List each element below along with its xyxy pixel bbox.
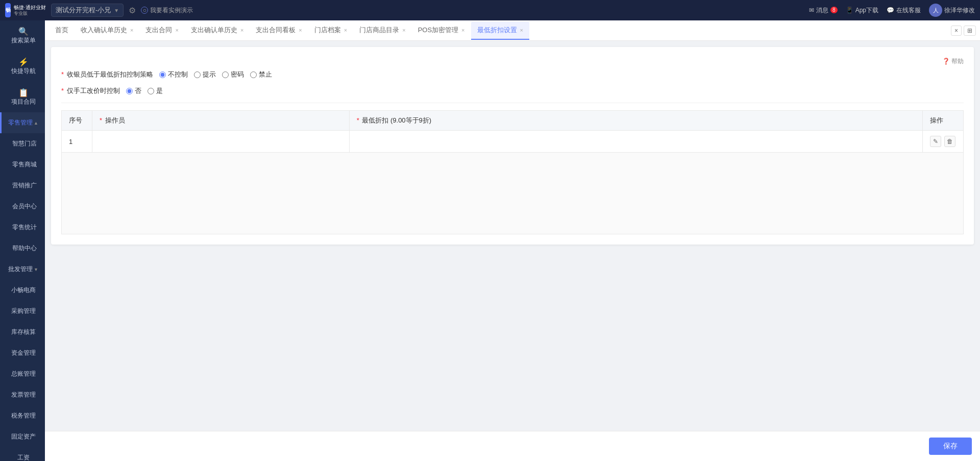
app-logo: 畅 畅捷·通好业财 专业版 [5,3,46,17]
form-row-strategy: * 收银员低于最低折扣控制策略 不控制 提示 [61,70,964,79]
tab-min-discount[interactable]: 最低折扣设置 × [471,21,529,40]
tab-store-profile-close[interactable]: × [344,27,347,33]
tab-expense-confirm-history-close[interactable]: × [240,27,243,33]
sidebar-item-ecommerce[interactable]: 小畅电商 [0,280,45,301]
required-mark-1: * [61,70,64,78]
radio-forbid[interactable]: 禁止 [250,70,272,79]
tab-expense-contract[interactable]: 支出合同 × [139,21,184,40]
sidebar-item-finance[interactable]: 资金管理 [0,343,45,363]
required-mark-2: * [61,87,64,94]
demo-link[interactable]: ○ 我要看实例演示 [141,6,193,15]
edit-icon[interactable]: ✎ [930,136,941,147]
sidebar-item-fixed-assets[interactable]: 固定资产 [0,426,45,447]
sidebar-item-help[interactable]: 帮助中心 [0,238,45,259]
radio-password[interactable]: 密码 [222,70,244,79]
sidebar-ecommerce-label: 小畅电商 [6,286,41,295]
table-section: 序号 * 操作员 * 最低折扣 (9.00等于9折) [61,110,964,234]
radio-no-control[interactable]: 不控制 [159,70,188,79]
manual-price-radio-group: 否 是 [126,86,163,95]
tab-expense-contract-close[interactable]: × [175,27,178,33]
sidebar-item-purchase[interactable]: 采购管理 [0,301,45,322]
tab-more-button[interactable]: ⊞ [964,26,976,36]
tab-store-profile[interactable]: 门店档案 × [308,21,353,40]
tab-pos-encryption-close[interactable]: × [461,27,464,33]
page-container: ❓ 帮助 * 收银员低于最低折扣控制策略 不控制 [45,41,980,431]
topbar-settings-icon[interactable]: ⚙ [129,6,136,15]
radio-no-control-input[interactable] [159,71,166,78]
tab-income-history[interactable]: 收入确认单历史 × [75,21,139,40]
sidebar-item-payroll[interactable]: 工资 [0,447,45,461]
sidebar-item-marketing[interactable]: 营销推广 [0,175,45,196]
sidebar-item-ledger[interactable]: 总账管理 [0,363,45,384]
sidebar-item-member-center[interactable]: 会员中心 [0,196,45,217]
project-selector[interactable]: 测试分开完程-小兄 ▼ [51,4,124,17]
project-dropdown-arrow: ▼ [114,8,119,13]
user-action[interactable]: 人 徐泽华修改 [929,4,975,17]
table-body: 1 ✎ [62,131,964,234]
sidebar-item-project-contract[interactable]: 📋 项目合同 [0,82,45,112]
sidebar-ledger-label: 总账管理 [6,370,41,378]
sidebar-item-retail-stats[interactable]: 零售统计 [0,217,45,238]
sidebar-marketing-label: 营销推广 [8,181,41,190]
tab-store-catalog-close[interactable]: × [402,27,405,33]
tab-income-history-label: 收入确认单历史 [81,26,127,35]
radio-no-input[interactable] [126,88,133,94]
message-badge: 8 [830,7,838,13]
tab-expense-board[interactable]: 支出合同看板 × [250,21,308,40]
action-icons: ✎ 🗑 [930,136,956,147]
tab-expense-contract-label: 支出合同 [145,26,172,35]
radio-password-label: 密码 [231,70,244,79]
sidebar-project-label: 项目合同 [6,98,41,106]
radio-password-input[interactable] [222,71,229,78]
cell-min-discount[interactable] [349,131,922,153]
save-button[interactable]: 保存 [929,438,972,455]
app-download-label: App下载 [855,6,878,15]
tab-home[interactable]: 首页 [49,21,75,40]
help-link[interactable]: ❓ 帮助 [942,57,964,66]
sidebar-item-wholesale[interactable]: 批发管理 ▼ [0,259,45,280]
radio-hint[interactable]: 提示 [194,70,216,79]
sidebar-item-invoice[interactable]: 发票管理 [0,384,45,405]
sidebar-retail-stats-label: 零售统计 [8,223,41,232]
radio-hint-input[interactable] [194,71,201,78]
cell-operator[interactable] [92,131,350,153]
retail-arrow-icon: ▲ [34,120,38,126]
tab-min-discount-close[interactable]: × [520,27,523,33]
sidebar-inventory-label: 库存核算 [6,328,41,336]
online-service-action[interactable]: 💬 在线客服 [887,6,921,15]
sidebar-item-smart-store[interactable]: 智慧门店 [0,133,45,154]
topbar-actions: ✉ 消息 8 📱 App下载 💬 在线客服 人 徐泽华修改 [809,4,975,17]
tab-expense-board-close[interactable]: × [299,27,302,33]
app-download-action[interactable]: 📱 App下载 [846,6,878,15]
logo-icon: 畅 [5,3,11,17]
tab-expense-confirm-history[interactable]: 支出确认单历史 × [185,21,250,40]
delete-icon[interactable]: 🗑 [944,136,955,147]
sidebar-purchase-label: 采购管理 [6,307,41,316]
page-footer: 保存 [45,431,980,461]
strategy-label: * 收银员低于最低折扣控制策略 [61,70,153,79]
radio-yes-input[interactable] [148,88,154,94]
sidebar-item-search[interactable]: 🔍 搜索菜单 [0,20,45,51]
col-seq: 序号 [62,111,92,131]
tab-close-button[interactable]: × [951,26,962,36]
tab-home-label: 首页 [55,26,68,35]
tab-expense-confirm-history-label: 支出确认单历史 [191,26,237,35]
sidebar-item-tax[interactable]: 税务管理 [0,405,45,426]
sidebar-quicknav-label: 快捷导航 [6,67,41,76]
sidebar-item-retail-mall[interactable]: 零售商城 [0,154,45,175]
sidebar-item-inventory[interactable]: 库存核算 [0,322,45,343]
sidebar-smart-store-label: 智慧门店 [8,139,41,148]
tab-store-catalog[interactable]: 门店商品目录 × [353,21,411,40]
tab-income-history-close[interactable]: × [130,27,133,33]
tab-pos-encryption[interactable]: POS加密管理 × [412,21,471,40]
strategy-radio-group: 不控制 提示 密码 禁止 [159,70,272,79]
table-header: 序号 * 操作员 * 最低折扣 (9.00等于9折) [62,111,964,131]
message-action[interactable]: ✉ 消息 8 [809,6,838,15]
radio-no[interactable]: 否 [126,86,141,95]
radio-forbid-input[interactable] [250,71,257,78]
sidebar-item-retail-management[interactable]: 零售管理 ▲ [0,112,45,133]
sidebar-item-quick-nav[interactable]: ⚡ 快捷导航 [0,51,45,82]
radio-yes[interactable]: 是 [148,86,163,95]
demo-circle-icon: ○ [141,7,148,14]
table-row: 1 ✎ [62,131,964,153]
